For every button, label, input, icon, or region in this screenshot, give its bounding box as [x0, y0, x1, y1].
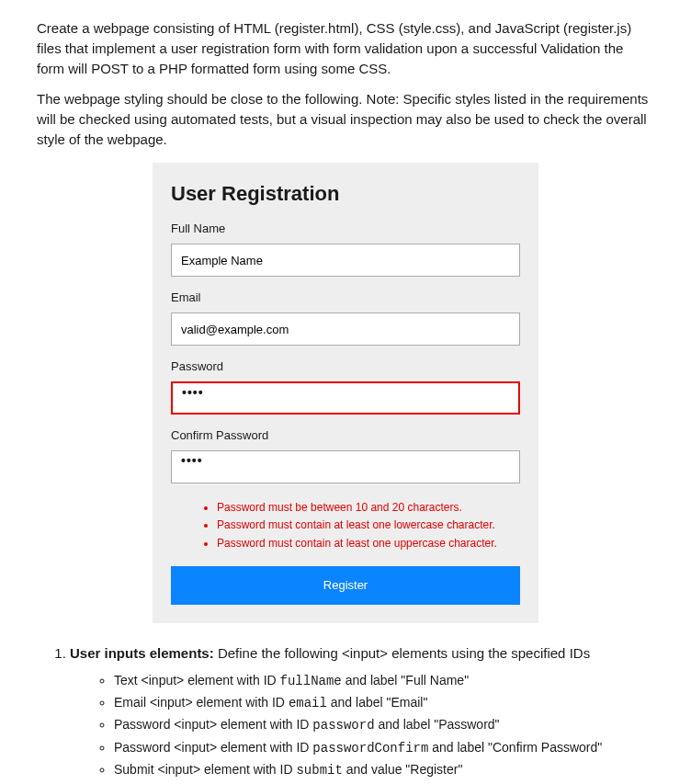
req1-subitems: Text <input> element with ID fullName an… — [70, 671, 654, 784]
req1-rest: Define the following <input> elements us… — [214, 645, 590, 661]
field-confirm: Confirm Password •••• — [171, 427, 520, 483]
registration-form-mockup: User Registration Full Name Email Passwo… — [153, 163, 538, 623]
email-label: Email — [171, 290, 520, 307]
req1-item: Password <input> element with ID passwor… — [114, 738, 654, 757]
confirm-input[interactable]: •••• — [171, 450, 520, 483]
intro-p1: Create a webpage consisting of HTML (reg… — [37, 18, 654, 78]
fullname-label: Full Name — [171, 221, 520, 238]
form-errors: Password must be between 10 and 20 chara… — [171, 496, 520, 566]
requirements-list: User inputs elements: Define the followi… — [37, 643, 654, 784]
req1-item: Text <input> element with ID fullName an… — [114, 671, 654, 690]
password-input[interactable]: •••• — [171, 381, 520, 415]
field-fullname: Full Name — [171, 221, 520, 277]
password-label: Password — [171, 358, 520, 376]
error-item: Password must contain at least one upper… — [217, 536, 520, 551]
requirement-1: User inputs elements: Define the followi… — [70, 643, 654, 784]
error-item: Password must contain at least one lower… — [217, 517, 520, 533]
field-password: Password •••• — [171, 358, 520, 415]
email-input[interactable] — [171, 312, 520, 346]
fullname-input[interactable] — [171, 244, 520, 277]
intro-text: Create a webpage consisting of HTML (reg… — [37, 18, 654, 150]
register-button[interactable]: Register — [171, 566, 520, 605]
form-title: User Registration — [171, 179, 520, 209]
intro-p2: The webpage styling should be close to t… — [37, 89, 654, 149]
req1-item: Email <input> element with ID email and … — [114, 693, 654, 712]
field-email: Email — [171, 290, 520, 346]
confirm-label: Confirm Password — [171, 427, 520, 445]
error-item: Password must be between 10 and 20 chara… — [217, 500, 520, 516]
req1-lead: User inputs elements: — [70, 645, 214, 661]
req1-item: Password <input> element with ID passwor… — [114, 715, 654, 734]
req1-item: Submit <input> element with ID submit an… — [114, 760, 654, 779]
